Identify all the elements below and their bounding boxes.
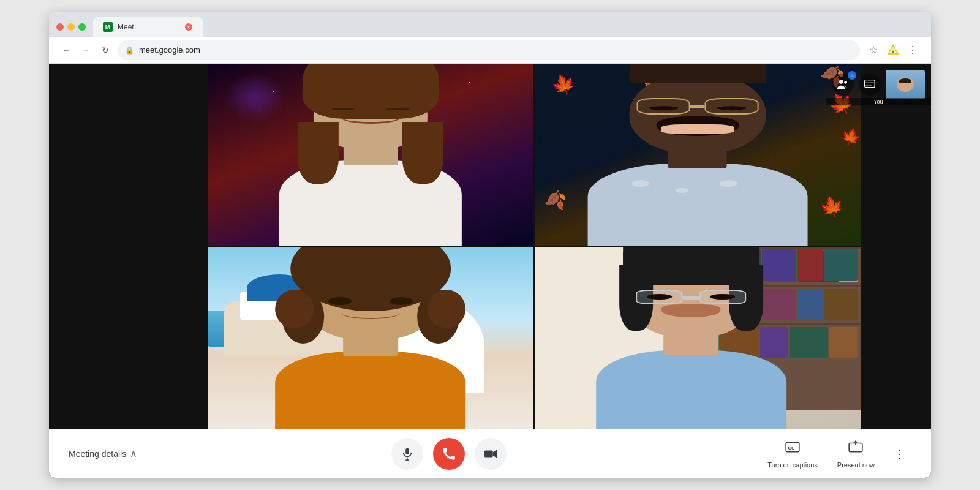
participant-count: 5 [848,71,856,80]
meeting-details-toggle[interactable]: Meeting details ∧ [69,448,137,459]
more-menu-button[interactable]: ⋮ [904,42,921,59]
chevron-up-icon: ∧ [130,448,137,459]
url-text: meet.google.com [139,45,200,55]
right-controls: CC Turn on captions Present now [760,434,911,473]
svg-point-8 [844,81,847,84]
svg-rect-15 [484,450,493,457]
tab-title: Meet [118,23,134,31]
address-actions: ☆ ▲ ⋮ [865,42,921,59]
meet-toolbar: Meeting details ∧ [49,429,931,478]
svg-rect-12 [405,448,409,454]
back-button[interactable]: ← [59,43,74,58]
forward-button[interactable]: → [78,43,93,58]
tab-bar: M Meet × [49,12,931,37]
camera-button[interactable] [475,438,507,470]
captions-button[interactable]: CC Turn on captions [760,434,825,473]
end-call-button[interactable] [433,438,465,470]
captions-icon: CC [785,439,801,459]
lock-icon: 🔒 [125,46,134,55]
window-controls [56,23,86,31]
video-cell-4 [535,247,861,429]
svg-text:M: M [105,24,110,31]
meeting-details-label: Meeting details [69,449,126,459]
video-cell-3 [208,247,533,429]
tab-close-button[interactable]: × [184,22,194,32]
video-grid: 🍁 🍂 🍁 🍂 🍁 🍂 🍁 🍁 [49,64,931,429]
participants-button[interactable]: 5 [832,74,854,96]
svg-text:CC: CC [788,445,794,451]
maximize-button[interactable] [78,23,86,31]
bookmark-button[interactable]: ☆ [865,42,882,59]
tab-favicon: M [103,22,113,32]
svg-text:▲: ▲ [891,49,895,53]
url-bar[interactable]: 🔒 meet.google.com [118,40,860,60]
browser-window: M Meet × ← → ↻ 🔒 meet.google.com ☆ [49,12,931,478]
center-controls [137,438,760,470]
present-now-button[interactable]: Present now [830,434,882,473]
self-view-label: You [886,98,925,99]
video-cell-1 [208,64,533,246]
address-bar: ← → ↻ 🔒 meet.google.com ☆ ▲ ⋮ [49,37,931,64]
video-cell-2: 🍁 🍂 🍁 🍂 🍁 🍂 🍁 🍁 [535,64,861,246]
drive-icon: ▲ [884,42,902,59]
close-button[interactable] [56,23,64,31]
present-label: Present now [837,461,875,469]
self-view: You [886,70,925,99]
video-grid-inner: 🍁 🍂 🍁 🍂 🍁 🍂 🍁 🍁 [208,64,861,429]
refresh-button[interactable]: ↻ [98,43,113,58]
meet-content: 🍁 🍂 🍁 🍂 🍁 🍂 🍁 🍁 [49,64,931,478]
present-icon [848,439,864,459]
svg-text:×: × [187,24,190,31]
browser-tab[interactable]: M Meet × [93,17,203,37]
svg-marker-16 [492,450,496,458]
captions-label: Turn on captions [767,461,818,469]
chat-button[interactable] [859,74,881,96]
top-bar: 5 You [826,64,931,105]
svg-point-7 [839,80,843,83]
more-options-button[interactable]: ⋮ [887,442,911,466]
microphone-button[interactable] [391,438,423,470]
svg-rect-9 [865,80,875,88]
minimize-button[interactable] [67,23,75,31]
